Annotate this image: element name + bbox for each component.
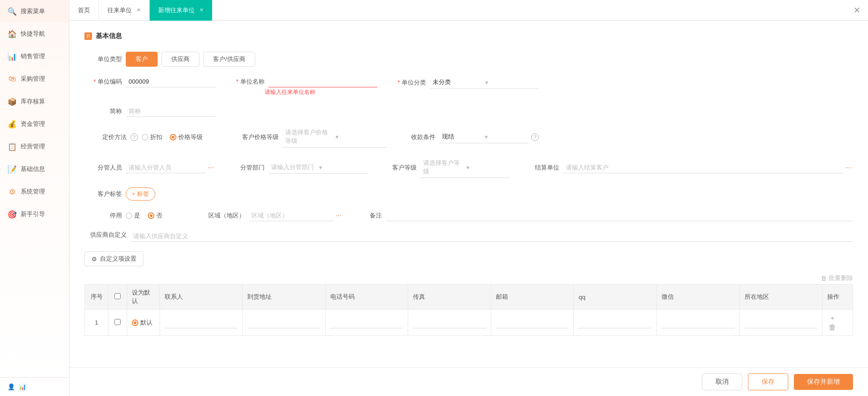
row-fax bbox=[408, 310, 491, 336]
payment-terms-select[interactable]: 现结 ▾ bbox=[439, 131, 528, 143]
row-region-input[interactable] bbox=[745, 317, 817, 328]
unit-code-input[interactable] bbox=[126, 76, 216, 87]
row-email bbox=[491, 310, 573, 336]
sidebar-item-basic[interactable]: 📝 基础信息 bbox=[0, 158, 69, 180]
basic-icon: 📝 bbox=[8, 164, 17, 174]
row-add-btn[interactable]: ＋ bbox=[827, 314, 838, 322]
btn-supplier[interactable]: 供应商 bbox=[161, 52, 199, 67]
supplier-custom-label: 供应商自定义 bbox=[84, 231, 127, 239]
unit-name-field: 单位名称 请输入往来单位名称 bbox=[227, 76, 377, 96]
tab-new-partner-close[interactable]: ✕ bbox=[199, 7, 204, 13]
disabled-no-radio[interactable]: 否 bbox=[148, 211, 162, 220]
tag-row: 客户标签 + 标签 bbox=[84, 187, 853, 201]
customer-level-select[interactable]: 请选择客户等级 ▾ bbox=[420, 157, 510, 178]
customer-level-field: 客户等级 请选择客户等级 ▾ bbox=[379, 157, 510, 178]
sidebar-item-system[interactable]: ⚙ 系统管理 bbox=[0, 180, 69, 203]
sidebar-item-quicknav[interactable]: 🏠 快捷导航 bbox=[0, 23, 69, 45]
row-delete-btn[interactable]: 🗑 bbox=[827, 323, 838, 331]
remark-field: 备注 bbox=[358, 210, 853, 221]
btn-customer[interactable]: 客户 bbox=[126, 52, 158, 67]
unit-name-input[interactable] bbox=[268, 76, 377, 87]
abbr-input[interactable] bbox=[126, 106, 216, 117]
manager-more-btn[interactable]: ··· bbox=[206, 163, 216, 172]
row-qq-input[interactable] bbox=[579, 317, 652, 328]
manager-field: 分管人员 ··· bbox=[84, 162, 216, 173]
tab-home[interactable]: 首页 bbox=[69, 0, 99, 21]
sidebar-item-label: 销售管理 bbox=[21, 52, 45, 61]
settlement-input[interactable] bbox=[563, 162, 843, 173]
tab-partners-label: 往来单位 bbox=[107, 6, 132, 15]
tab-new-partner[interactable]: 新增往来单位 ✕ bbox=[150, 0, 213, 21]
manager-row: 分管人员 ··· 分管部门 请输入分管部门 ▾ 客户等级 请选择客户等级 ▾ bbox=[84, 157, 853, 178]
pricing-field: 定价方法 ? 折扣 价格等级 bbox=[84, 133, 225, 141]
disabled-row: 停用 是 否 区域（地区） ··· bbox=[84, 210, 853, 221]
row-wechat-input[interactable] bbox=[662, 317, 734, 328]
th-fax: 传真 bbox=[408, 285, 491, 310]
th-contact: 联系人 bbox=[160, 285, 242, 310]
table-row: 1 默认 bbox=[85, 310, 853, 336]
unit-category-select[interactable]: 未分类 ▾ bbox=[430, 76, 539, 89]
sidebar-item-inventory[interactable]: 📦 库存核算 bbox=[0, 90, 69, 113]
pricing-radio-level[interactable]: 价格等级 bbox=[170, 133, 203, 141]
department-select[interactable]: 请输入分管部门 ▾ bbox=[268, 161, 368, 174]
department-field: 分管部门 请输入分管部门 ▾ bbox=[227, 161, 368, 174]
row-phone-input[interactable] bbox=[330, 317, 403, 328]
sidebar-item-finance[interactable]: 💰 资金管理 bbox=[0, 113, 69, 135]
sidebar-item-operations[interactable]: 📋 经营管理 bbox=[0, 135, 69, 158]
sidebar-item-purchase[interactable]: 🛍 采购管理 bbox=[0, 68, 69, 90]
row-address-input[interactable] bbox=[247, 317, 320, 328]
disabled-field: 停用 是 否 bbox=[84, 211, 188, 220]
region-field: 区域（地区） ··· bbox=[203, 210, 343, 221]
tab-partners[interactable]: 往来单位 ✕ bbox=[99, 0, 150, 21]
save-new-button[interactable]: 保存并新增 bbox=[794, 374, 853, 390]
sidebar-item-label: 基础信息 bbox=[21, 165, 45, 173]
payment-help-icon[interactable]: ? bbox=[531, 133, 539, 141]
abbr-field: 简称 bbox=[84, 106, 216, 117]
settlement-more-btn[interactable]: ··· bbox=[843, 163, 853, 172]
pricing-radio-discount[interactable]: 折扣 bbox=[142, 133, 162, 141]
btn-both[interactable]: 客户/供应商 bbox=[203, 52, 255, 67]
customer-price-level-select[interactable]: 请选择客户价格等级 ▾ bbox=[282, 126, 387, 148]
add-tag-button[interactable]: + 标签 bbox=[126, 187, 155, 201]
row-default: 默认 bbox=[127, 310, 160, 336]
row-checkbox[interactable] bbox=[114, 319, 121, 325]
row-num: 1 bbox=[85, 310, 108, 336]
radio-discount-circle bbox=[142, 134, 148, 140]
tab-partners-close[interactable]: ✕ bbox=[137, 7, 141, 13]
manager-input[interactable] bbox=[126, 162, 206, 173]
contacts-table: 序号 设为默认 联系人 到货地址 电话号码 传真 邮箱 qq 微信 所在地区 操… bbox=[84, 284, 853, 336]
manager-label: 分管人员 bbox=[84, 163, 122, 172]
batch-delete-label[interactable]: 批量删除 bbox=[829, 274, 853, 282]
th-region: 所在地区 bbox=[739, 285, 822, 310]
row-default-label: 默认 bbox=[140, 318, 152, 327]
region-more-btn[interactable]: ··· bbox=[334, 211, 343, 220]
row-default-radio[interactable]: 默认 bbox=[132, 318, 155, 327]
save-button[interactable]: 保存 bbox=[748, 373, 788, 390]
cancel-button[interactable]: 取消 bbox=[702, 373, 742, 390]
sidebar-item-label: 系统管理 bbox=[21, 187, 45, 196]
remark-label: 备注 bbox=[358, 211, 382, 220]
disabled-yes-radio[interactable]: 是 bbox=[126, 211, 140, 220]
row-fax-input[interactable] bbox=[413, 317, 486, 328]
sidebar-item-label: 经营管理 bbox=[21, 142, 45, 151]
row-wechat bbox=[657, 310, 739, 336]
select-all-checkbox[interactable] bbox=[114, 293, 121, 299]
table-header-row: 序号 设为默认 联系人 到货地址 电话号码 传真 邮箱 qq 微信 所在地区 操… bbox=[85, 285, 853, 310]
remark-input[interactable] bbox=[386, 210, 853, 221]
supplier-custom-input[interactable] bbox=[130, 231, 853, 242]
unit-name-label: 单位名称 bbox=[227, 78, 265, 86]
sidebar-item-sales[interactable]: 📊 销售管理 bbox=[0, 45, 69, 68]
home-icon: 🏠 bbox=[8, 29, 17, 39]
row-contact-input[interactable] bbox=[165, 317, 237, 328]
row-email-input[interactable] bbox=[496, 317, 569, 328]
pricing-help-icon[interactable]: ? bbox=[130, 133, 138, 141]
tabbar-close-all[interactable]: ✕ bbox=[846, 5, 868, 16]
region-input[interactable] bbox=[249, 210, 334, 221]
custom-settings-button[interactable]: ⚙ 自定义项设置 bbox=[84, 251, 144, 266]
sidebar-item-search[interactable]: 🔍 搜索菜单 bbox=[0, 0, 69, 23]
row-qq bbox=[574, 310, 657, 336]
th-num: 序号 bbox=[85, 285, 108, 310]
sidebar-item-guide[interactable]: 🎯 新手引导 bbox=[0, 203, 69, 225]
sidebar-item-label: 新手引导 bbox=[21, 210, 45, 218]
customer-tag-label: 客户标签 bbox=[84, 190, 122, 198]
